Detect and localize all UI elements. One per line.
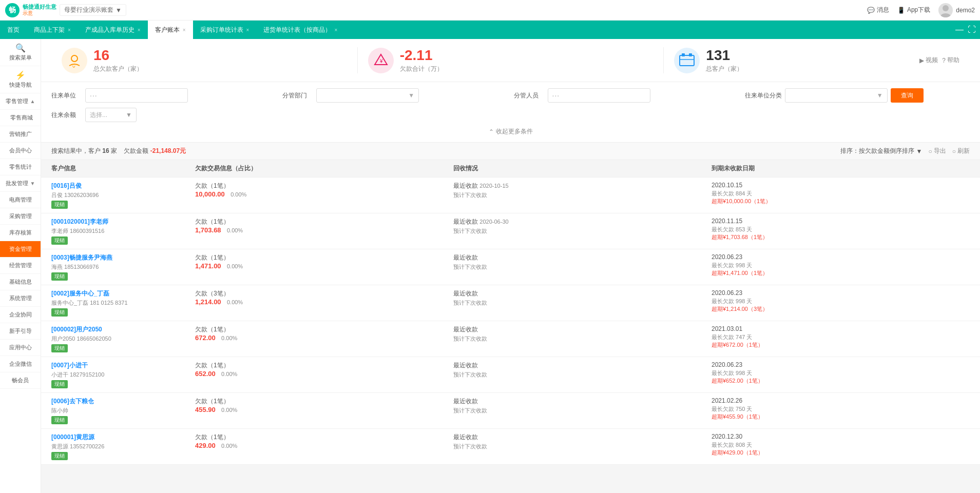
manager-input[interactable]: ··· (548, 88, 650, 103)
balance-select[interactable]: 选择... ▼ (85, 108, 137, 122)
video-btn[interactable]: ▶ 视频 (919, 56, 938, 65)
message-btn[interactable]: 💬 消息 (867, 6, 889, 14)
due-date: 2020.06.23 (712, 253, 970, 261)
unit-class-label: 往来单位分类 (745, 91, 782, 100)
from-unit-input[interactable]: ··· (85, 88, 188, 103)
store-select[interactable]: 母婴行业演示账套 ▼ (60, 4, 126, 16)
from-unit-dots: ··· (90, 91, 98, 100)
tab-import-summary[interactable]: 进货单统计表（按商品） × (256, 21, 344, 39)
manager-label: 分管人员 (514, 91, 545, 100)
due-date: 2020.10.15 (712, 182, 970, 189)
sidebar-item-search[interactable]: 🔍 搜索菜单 (0, 39, 41, 66)
customer-name[interactable]: [0002]服务中心_丁磊 (51, 289, 195, 298)
overdue-amount[interactable]: 超期¥455.90（1笔） (712, 413, 970, 421)
sidebar-item-wholesale[interactable]: 批发管理 ▼ (0, 175, 41, 192)
unit-class-input[interactable]: ▼ (785, 88, 888, 103)
video-label: 视频 (926, 56, 938, 65)
overdue-amount[interactable]: 超期¥10,000.00（1笔） (712, 198, 970, 205)
overdue-amount[interactable]: 超期¥672.00（1笔） (712, 341, 970, 349)
balance-placeholder: 选择... (90, 111, 107, 120)
return-info-cell: 最近收款 预计下次收款 (453, 325, 712, 343)
tab-close-production[interactable]: × (138, 27, 141, 33)
due-date: 2020.06.23 (712, 361, 970, 368)
tab-products-shelf[interactable]: 商品上下架 × (27, 21, 78, 39)
customer-name[interactable]: [000002]用户2050 (51, 325, 195, 334)
customer-name[interactable]: [0016]吕俊 (51, 182, 195, 190)
svg-text:¥: ¥ (379, 58, 383, 64)
finance-label: 资金管理 (2, 245, 39, 253)
sidebar-item-inventory[interactable]: 库存核算 (0, 225, 41, 241)
sidebar-item-quick-nav[interactable]: ⚡ 快捷导航 (0, 66, 41, 93)
due-date-cell: 2020.12.30 最长欠款 808 天 超期¥429.00（1笔） (712, 433, 970, 457)
export-label: 导出 (934, 147, 946, 155)
tab-purchase-summary[interactable]: 采购订单统计表 × (193, 21, 257, 39)
debt-ratio: 0.00% (221, 335, 237, 341)
customer-name[interactable]: [0001020001]李老师 (51, 218, 195, 226)
overdue-amount[interactable]: 超期¥1,703.68（1笔） (712, 233, 970, 241)
wholesale-label: 批发管理 (6, 180, 28, 187)
sidebar-item-basic[interactable]: 基础信息 (0, 274, 41, 290)
col-debt-info: 欠款交易信息（占比） (195, 164, 453, 173)
sidebar-item-retail-mall[interactable]: 零售商城 (0, 110, 41, 126)
tab-minimize-icon[interactable]: — (955, 25, 964, 34)
due-date: 2020.06.23 (712, 289, 970, 297)
overdue-amount[interactable]: 超期¥1,214.00（3笔） (712, 305, 970, 313)
app-download-btn[interactable]: 📱 App下载 (897, 6, 930, 14)
sidebar-item-wechat[interactable]: 企业微信 (0, 356, 41, 372)
next-collect: 预计下次收款 (453, 299, 712, 307)
collapse-chevron-icon: ⌃ (489, 128, 494, 135)
retail-stats-label: 零售统计 (2, 163, 39, 171)
dept-input[interactable]: ▼ (316, 88, 419, 103)
next-collect: 预计下次收款 (453, 407, 712, 415)
overdue-amount[interactable]: 超期¥652.00（1笔） (712, 377, 970, 385)
tab-home[interactable]: 首页 (0, 21, 27, 39)
sort-label: 排序：按欠款金额倒序排序 (840, 147, 914, 155)
sidebar-item-system[interactable]: 系统管理 (0, 290, 41, 307)
sidebar-item-retail-stats[interactable]: 零售统计 (0, 159, 41, 175)
export-circle-icon: ○ (929, 148, 932, 155)
tab-production-history[interactable]: 产成品入库单历史 × (78, 21, 148, 39)
sidebar-item-member[interactable]: 会员中心 (0, 143, 41, 159)
ops-label: 经营管理 (2, 262, 39, 269)
sidebar-item-ops[interactable]: 经营管理 (0, 258, 41, 274)
sidebar-item-purchase[interactable]: 采购管理 (0, 208, 41, 225)
sidebar-item-enterprise[interactable]: 企业协同 (0, 307, 41, 323)
refresh-btn[interactable]: ○ 刷新 (952, 147, 970, 155)
help-icon: ? (942, 57, 946, 64)
next-collect: 预计下次收款 (453, 371, 712, 379)
search-button[interactable]: 查询 (891, 88, 924, 103)
tab-close-purchase[interactable]: × (246, 27, 249, 33)
sidebar-item-ecommerce[interactable]: 电商管理 (0, 192, 41, 208)
sort-select[interactable]: 排序：按欠款金额倒序排序 ▼ (840, 147, 923, 155)
sidebar-item-vip[interactable]: 畅会员 (0, 372, 41, 389)
manager-group: 分管人员 ··· (514, 88, 739, 103)
collapse-btn[interactable]: ⌃ 收起更多条件 (51, 127, 970, 136)
filter-area: 往来单位 ··· 分管部门 ▼ 分管人员 ··· (41, 82, 980, 143)
home-tab-label: 首页 (7, 26, 20, 34)
customer-phone: 海燕 18513066976 (51, 263, 195, 271)
due-date-cell: 2021.02.26 最长欠款 750 天 超期¥455.90（1笔） (712, 397, 970, 421)
balance-group: 往来余额 选择... ▼ (51, 108, 970, 122)
overdue-amount[interactable]: 超期¥1,471.00（1笔） (712, 269, 970, 277)
customer-name[interactable]: [0003]畅捷服务尹海燕 (51, 253, 195, 262)
sidebar-item-retail-mgmt[interactable]: 零售管理 ▲ (0, 93, 41, 110)
tab-customer-account[interactable]: 客户账本 × (148, 21, 193, 39)
sidebar-item-finance[interactable]: 资金管理 (0, 241, 41, 258)
tab-expand-icon[interactable]: ⛶ (968, 25, 976, 34)
customer-name[interactable]: [0006]去下粮仓 (51, 397, 195, 406)
tab-close-import[interactable]: × (334, 27, 337, 33)
sidebar-item-app-center[interactable]: 应用中心 (0, 340, 41, 356)
customer-name[interactable]: [0007]小进干 (51, 361, 195, 370)
return-info-cell: 最近收款 预计下次收款 (453, 397, 712, 415)
customer-name[interactable]: [000001]黄思源 (51, 433, 195, 442)
user-area: demo2 (938, 3, 975, 17)
help-btn[interactable]: ? 帮助 (942, 56, 959, 65)
sidebar-item-new-guide[interactable]: 新手引导 (0, 323, 41, 340)
sidebar-item-marketing[interactable]: 营销推广 (0, 126, 41, 143)
tab-close-products[interactable]: × (68, 27, 71, 33)
tab-close-customer[interactable]: × (183, 27, 186, 33)
overdue-amount[interactable]: 超期¥429.00（1笔） (712, 449, 970, 457)
export-btn[interactable]: ○ 导出 (929, 147, 946, 155)
debt-customers-label: 总欠款客户（家） (93, 65, 143, 73)
balance-label: 往来余额 (51, 111, 82, 120)
